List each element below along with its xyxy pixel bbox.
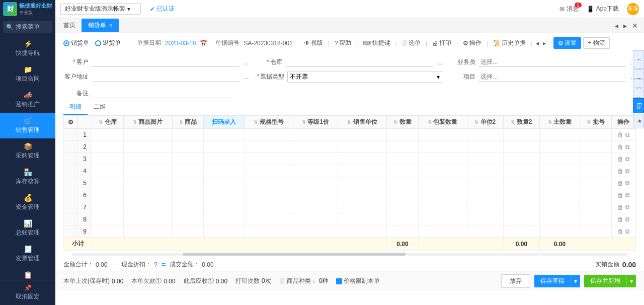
row-grade-cell[interactable]: [293, 177, 338, 189]
row-grade-cell[interactable]: [293, 153, 338, 165]
tab-close-all-btn[interactable]: ✕: [630, 21, 640, 31]
row-copy-btn[interactable]: ⧉: [625, 180, 630, 187]
row-image-cell[interactable]: [123, 213, 172, 225]
row-batch-cell[interactable]: [580, 165, 611, 177]
tab-close-icon[interactable]: ×: [109, 23, 112, 28]
row-grade-cell[interactable]: [293, 129, 338, 141]
row-unit-cell[interactable]: [338, 177, 387, 189]
save-draft-btn[interactable]: 保存草稿: [534, 275, 571, 287]
row-grade-cell[interactable]: [293, 201, 338, 213]
customer-input[interactable]: [92, 57, 239, 67]
price-check-checkbox[interactable]: [336, 278, 342, 284]
row-spec-cell[interactable]: [245, 213, 293, 225]
row-barcode-cell[interactable]: [204, 165, 245, 177]
row-grade-cell[interactable]: [293, 213, 338, 225]
sidebar-item-accounts[interactable]: 📊 总账管理: [0, 215, 55, 241]
save-new-dropdown-btn[interactable]: ▾: [626, 275, 636, 287]
user-menu[interactable]: 珠珠: [627, 3, 639, 15]
row-delete-btn[interactable]: 🗑: [617, 180, 623, 187]
float-btn-1[interactable]: 客: [633, 50, 644, 59]
row-warehouse-cell[interactable]: [92, 189, 124, 201]
subtab-detail[interactable]: 明细: [63, 100, 88, 115]
row-batch-cell[interactable]: [580, 141, 611, 153]
row-spec-cell[interactable]: [245, 189, 293, 201]
row-qty-cell[interactable]: [386, 165, 418, 177]
row-image-cell[interactable]: [123, 153, 172, 165]
float-btn-5[interactable]: 物: [633, 89, 644, 98]
row-spec-cell[interactable]: [245, 177, 293, 189]
address-input[interactable]: [92, 72, 239, 82]
invoice-select[interactable]: 不开票 ▾: [287, 71, 442, 83]
abandon-btn[interactable]: 放弃: [501, 274, 530, 288]
row-qty-cell[interactable]: [386, 201, 418, 213]
row-qty-cell[interactable]: [386, 153, 418, 165]
row-pack-qty-cell[interactable]: [418, 225, 467, 238]
th-barcode[interactable]: 扫码录入: [204, 116, 245, 129]
tab-sale-order[interactable]: 销货单 ×: [82, 19, 119, 32]
row-goods-cell[interactable]: [172, 225, 204, 238]
row-spec-cell[interactable]: [245, 225, 293, 238]
row-image-cell[interactable]: [123, 201, 172, 213]
row-batch-cell[interactable]: [580, 189, 611, 201]
sidebar-item-marketing[interactable]: 📣 营销推广: [0, 87, 55, 113]
row-pack-qty-cell[interactable]: [418, 129, 467, 141]
row-delete-btn[interactable]: 🗑: [617, 156, 623, 163]
row-image-cell[interactable]: [123, 141, 172, 153]
row-grade-cell[interactable]: [293, 165, 338, 177]
scroll-thumb[interactable]: [183, 253, 405, 256]
row-delete-btn[interactable]: 🗑: [617, 204, 623, 211]
row-warehouse-cell[interactable]: [92, 129, 124, 141]
row-barcode-cell[interactable]: [204, 177, 245, 189]
row-goods-cell[interactable]: [172, 165, 204, 177]
row-pack-qty-cell[interactable]: [418, 201, 467, 213]
row-main-qty-cell[interactable]: [540, 129, 580, 141]
row-qty-cell[interactable]: [386, 141, 418, 153]
row-qty-cell[interactable]: [386, 129, 418, 141]
th-grade[interactable]: ⇅ 等级1价: [293, 116, 338, 129]
row-warehouse-cell[interactable]: [92, 225, 124, 238]
row-grade-cell[interactable]: [293, 141, 338, 153]
row-qty-cell[interactable]: [386, 177, 418, 189]
float-btn-3[interactable]: 票: [633, 69, 644, 79]
th-spec[interactable]: ⇅ 规格型号: [245, 116, 293, 129]
price-check-item[interactable]: 价格限制本单: [336, 277, 380, 285]
row-goods-cell[interactable]: [172, 177, 204, 189]
row-unit2-cell[interactable]: [467, 189, 503, 201]
row-goods-cell[interactable]: [172, 141, 204, 153]
table-scrollbar[interactable]: [63, 251, 636, 258]
row-qty2-cell[interactable]: [503, 213, 539, 225]
row-qty-cell[interactable]: [386, 189, 418, 201]
address-dots-btn[interactable]: ...: [244, 73, 249, 81]
row-main-qty-cell[interactable]: [540, 141, 580, 153]
th-batch[interactable]: ⇅ 批号: [580, 116, 611, 129]
row-unit-cell[interactable]: [338, 165, 387, 177]
row-copy-btn[interactable]: ⧉: [625, 216, 630, 223]
row-pack-qty-cell[interactable]: [418, 177, 467, 189]
row-warehouse-cell[interactable]: [92, 201, 124, 213]
float-btn-4[interactable]: 回: [633, 79, 644, 88]
th-settings[interactable]: ⚙: [64, 116, 78, 129]
th-qty2[interactable]: ⇅ 数量2: [503, 116, 539, 129]
row-main-qty-cell[interactable]: [540, 177, 580, 189]
row-unit-cell[interactable]: [338, 189, 387, 201]
row-batch-cell[interactable]: [580, 129, 611, 141]
row-copy-btn[interactable]: ⧉: [625, 192, 630, 199]
row-spec-cell[interactable]: [245, 201, 293, 213]
row-goods-cell[interactable]: [172, 153, 204, 165]
warehouse-dots-btn[interactable]: ...: [437, 58, 442, 66]
row-spec-cell[interactable]: [245, 141, 293, 153]
float-btn-ea[interactable]: Ea: [633, 98, 644, 113]
row-image-cell[interactable]: [123, 189, 172, 201]
row-qty2-cell[interactable]: [503, 141, 539, 153]
row-image-cell[interactable]: [123, 165, 172, 177]
row-qty2-cell[interactable]: [503, 177, 539, 189]
search-menu-button[interactable]: 🔍 搜索菜单: [3, 21, 52, 33]
calendar-icon[interactable]: 📅: [200, 40, 207, 47]
sidebar-item-sales[interactable]: 🛒 销售管理: [0, 113, 55, 138]
row-main-qty-cell[interactable]: [540, 201, 580, 213]
row-qty2-cell[interactable]: [503, 201, 539, 213]
row-goods-cell[interactable]: [172, 189, 204, 201]
save-new-btn[interactable]: 保存并新增: [584, 275, 626, 287]
row-barcode-cell[interactable]: [204, 153, 245, 165]
row-unit2-cell[interactable]: [467, 201, 503, 213]
